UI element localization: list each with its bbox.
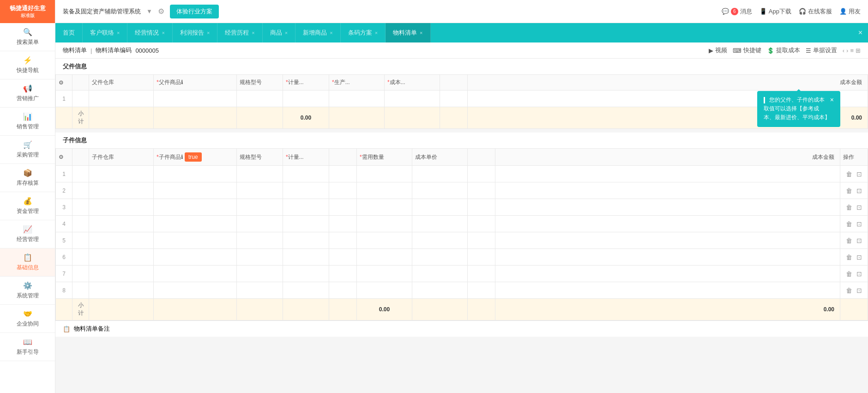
tab-close-icon[interactable]: × — [207, 30, 210, 36]
prev-icon[interactable]: ‹ — [843, 47, 844, 54]
child-row-spec[interactable] — [237, 266, 283, 282]
child-row-unit-price[interactable] — [412, 266, 468, 282]
delete-icon[interactable]: 🗑 — [846, 204, 852, 211]
child-row-warehouse[interactable] — [89, 166, 154, 182]
child-row-unit[interactable] — [283, 232, 329, 249]
parent-row-spec[interactable] — [237, 91, 283, 107]
child-row-warehouse[interactable] — [89, 216, 154, 232]
tooltip-close-icon[interactable]: × — [830, 95, 834, 105]
child-row-product[interactable] — [154, 216, 237, 232]
child-row-product[interactable] — [154, 182, 237, 199]
child-row-spec[interactable] — [237, 249, 283, 266]
tab-close-icon[interactable]: × — [375, 30, 378, 36]
delete-icon[interactable]: 🗑 — [846, 287, 852, 294]
child-row-unit-price[interactable] — [412, 182, 468, 199]
delete-icon[interactable]: 🗑 — [846, 254, 852, 261]
child-row-product[interactable] — [154, 166, 237, 182]
sidebar-item-management[interactable]: 📈 经营管理 — [0, 220, 55, 248]
child-row-spec[interactable] — [237, 166, 283, 182]
parent-row-unit[interactable] — [283, 91, 329, 107]
child-row-qty[interactable] — [357, 249, 412, 266]
copy-icon[interactable]: ⊡ — [856, 220, 862, 228]
child-row-unit-price[interactable] — [412, 249, 468, 266]
child-row-spec[interactable] — [237, 216, 283, 232]
child-row-unit-price[interactable] — [412, 166, 468, 182]
child-row-product[interactable] — [154, 266, 237, 282]
child-row-unit-price[interactable] — [412, 232, 468, 249]
child-row-warehouse[interactable] — [89, 182, 154, 199]
child-row-spec[interactable] — [237, 232, 283, 249]
tab-operation[interactable]: 经营情况 × — [127, 23, 172, 42]
tab-customer[interactable]: 客户联络 × — [83, 23, 127, 42]
tab-profit[interactable]: 利润报告 × — [173, 23, 217, 42]
shortcut-action[interactable]: ⌨ 快捷键 — [733, 46, 761, 54]
child-row-warehouse[interactable] — [89, 249, 154, 266]
user-item[interactable]: 👤 用友 — [839, 7, 861, 16]
parent-row-product[interactable] — [154, 91, 237, 107]
child-row-warehouse[interactable] — [89, 282, 154, 299]
grid-icon[interactable]: ⊞ — [856, 47, 861, 54]
child-row-warehouse[interactable] — [89, 266, 154, 282]
tab-close-icon[interactable]: × — [162, 30, 164, 36]
parent-row-warehouse[interactable] — [89, 91, 154, 107]
tab-close-all-icon[interactable]: × — [853, 29, 868, 37]
sidebar-item-purchase[interactable]: 🛒 采购管理 — [0, 136, 55, 164]
child-row-unit-price[interactable] — [412, 282, 468, 299]
doc-settings-action[interactable]: ☰ 单据设置 — [806, 46, 837, 54]
copy-icon[interactable]: ⊡ — [856, 237, 862, 244]
sidebar-item-system[interactable]: ⚙️ 系统管理 — [0, 277, 55, 305]
child-row-unit-price[interactable] — [412, 199, 468, 216]
video-action[interactable]: ▶ 视频 — [709, 46, 727, 54]
copy-icon[interactable]: ⊡ — [856, 270, 862, 278]
list-icon[interactable]: ≡ — [850, 47, 854, 54]
child-row-unit[interactable] — [283, 182, 329, 199]
trial-button[interactable]: 体验行业方案 — [170, 5, 219, 18]
message-item[interactable]: 💬 6 消息 — [722, 7, 752, 16]
child-row-qty[interactable] — [357, 232, 412, 249]
sidebar-item-inventory[interactable]: 📦 库存核算 — [0, 164, 55, 192]
sidebar-item-search[interactable]: 🔍 搜索菜单 — [0, 23, 55, 51]
parent-row-cost[interactable] — [385, 91, 440, 107]
delete-icon[interactable]: 🗑 — [846, 270, 852, 278]
tab-bom[interactable]: 物料清单 × — [386, 23, 430, 42]
delete-icon[interactable]: 🗑 — [846, 187, 852, 194]
parent-row-produce[interactable] — [329, 91, 385, 107]
sidebar-item-quicknav[interactable]: ⚡ 快捷导航 — [0, 51, 55, 79]
child-row-qty[interactable] — [357, 282, 412, 299]
child-row-unit[interactable] — [283, 266, 329, 282]
tab-close-icon[interactable]: × — [285, 30, 288, 36]
tab-close-icon[interactable]: × — [420, 30, 422, 36]
delete-icon[interactable]: 🗑 — [846, 220, 852, 228]
delete-icon[interactable]: 🗑 — [846, 170, 852, 178]
child-row-warehouse[interactable] — [89, 232, 154, 249]
dropdown-arrow-icon[interactable]: ▼ — [146, 8, 152, 15]
sidebar-item-sales[interactable]: 📊 销售管理 — [0, 108, 55, 136]
copy-icon[interactable]: ⊡ — [856, 170, 862, 178]
tab-new-product[interactable]: 新增商品 × — [295, 23, 340, 42]
sidebar-item-guide[interactable]: 📖 新手引导 — [0, 333, 55, 361]
child-row-qty[interactable] — [357, 216, 412, 232]
app-download-item[interactable]: 📱 App下载 — [760, 7, 791, 16]
child-row-spec[interactable] — [237, 282, 283, 299]
tab-close-icon[interactable]: × — [117, 30, 120, 36]
sidebar-item-enterprise[interactable]: 🤝 企业协同 — [0, 305, 55, 333]
child-row-warehouse[interactable] — [89, 199, 154, 216]
child-row-unit[interactable] — [283, 216, 329, 232]
copy-icon[interactable]: ⊡ — [856, 287, 862, 294]
child-row-unit[interactable] — [283, 249, 329, 266]
child-row-unit-price[interactable] — [412, 216, 468, 232]
extract-cost-action[interactable]: 💲 提取成本 — [767, 46, 800, 54]
settings-icon[interactable]: ⚙ — [158, 7, 164, 16]
child-row-unit[interactable] — [283, 166, 329, 182]
child-row-qty[interactable] — [357, 266, 412, 282]
tab-history[interactable]: 经营历程 × — [217, 23, 262, 42]
sidebar-item-finance[interactable]: 💰 资金管理 — [0, 192, 55, 220]
delete-icon[interactable]: 🗑 — [846, 237, 852, 244]
child-row-unit[interactable] — [283, 282, 329, 299]
child-row-product[interactable] — [154, 199, 237, 216]
tab-products[interactable]: 商品 × — [263, 23, 295, 42]
child-col-settings[interactable]: ⚙ — [56, 149, 72, 166]
child-row-product[interactable] — [154, 232, 237, 249]
tab-barcode[interactable]: 条码方案 × — [341, 23, 386, 42]
tab-home[interactable]: 首页 — [55, 23, 83, 42]
